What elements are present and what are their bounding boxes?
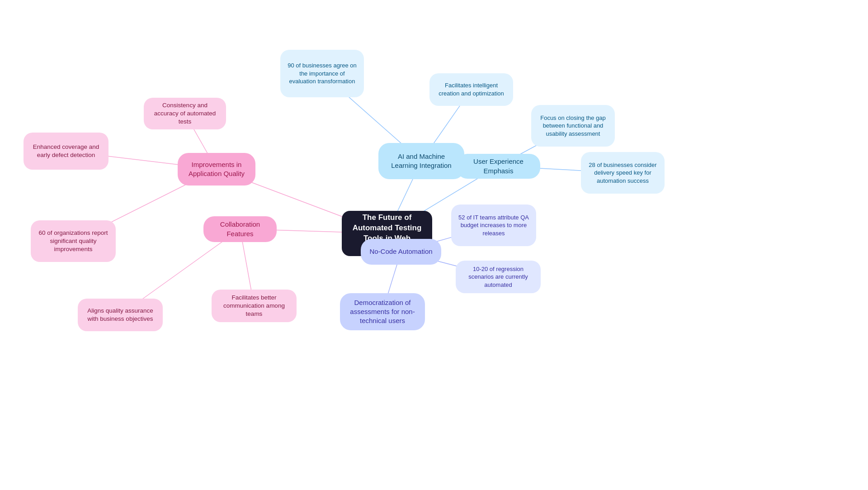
orgs-60-node: 60 of organizations report significant q… [31, 220, 116, 262]
facilitates-intelligent-node: Facilitates intelligent creation and opt… [429, 73, 513, 106]
businesses-90-label: 90 of businesses agree on the importance… [288, 62, 357, 86]
collab-features-node: Collaboration Features [203, 216, 277, 242]
businesses-90-node: 90 of businesses agree on the importance… [280, 50, 364, 97]
ai-ml-node: AI and Machine Learning Integration [378, 143, 464, 179]
delivery-speed-label: 28 of businesses consider delivery speed… [588, 161, 657, 185]
app-quality-label: Improvements in Application Quality [185, 160, 248, 179]
aligns-quality-label: Aligns quality assurance with business o… [85, 307, 156, 323]
orgs-60-label: 60 of organizations report significant q… [38, 229, 108, 254]
closing-gap-label: Focus on closing the gap between functio… [538, 114, 608, 138]
regression-label: 10-20 of regression scenarios are curren… [463, 265, 533, 289]
facilitates-intelligent-label: Facilitates intelligent creation and opt… [437, 81, 506, 97]
collab-features-label: Collaboration Features [211, 220, 269, 238]
qa-budget-node: 52 of IT teams attribute QA budget incre… [451, 205, 536, 246]
qa-budget-label: 52 of IT teams attribute QA budget incre… [458, 214, 529, 238]
delivery-speed-node: 28 of businesses consider delivery speed… [581, 152, 665, 194]
ux-emphasis-node: User Experience Emphasis [457, 154, 540, 179]
facilitates-comm-node: Facilitates better communication among t… [212, 290, 297, 322]
ai-ml-label: AI and Machine Learning Integration [386, 152, 457, 171]
closing-gap-node: Focus on closing the gap between functio… [531, 105, 615, 147]
no-code-label: No-Code Automation [369, 247, 432, 256]
no-code-node: No-Code Automation [361, 239, 441, 265]
enhanced-coverage-node: Enhanced coverage and early defect detec… [24, 133, 108, 170]
consistency-node: Consistency and accuracy of automated te… [144, 98, 226, 129]
regression-node: 10-20 of regression scenarios are curren… [456, 261, 541, 293]
app-quality-node: Improvements in Application Quality [178, 153, 255, 186]
consistency-label: Consistency and accuracy of automated te… [151, 101, 219, 126]
democratization-label: Democratization of assessments for non-t… [347, 298, 418, 326]
democratization-node: Democratization of assessments for non-t… [340, 293, 425, 330]
facilitates-comm-label: Facilitates better communication among t… [219, 294, 289, 319]
enhanced-coverage-label: Enhanced coverage and early defect detec… [31, 143, 101, 159]
ux-emphasis-label: User Experience Emphasis [464, 157, 533, 176]
aligns-quality-node: Aligns quality assurance with business o… [78, 299, 163, 331]
